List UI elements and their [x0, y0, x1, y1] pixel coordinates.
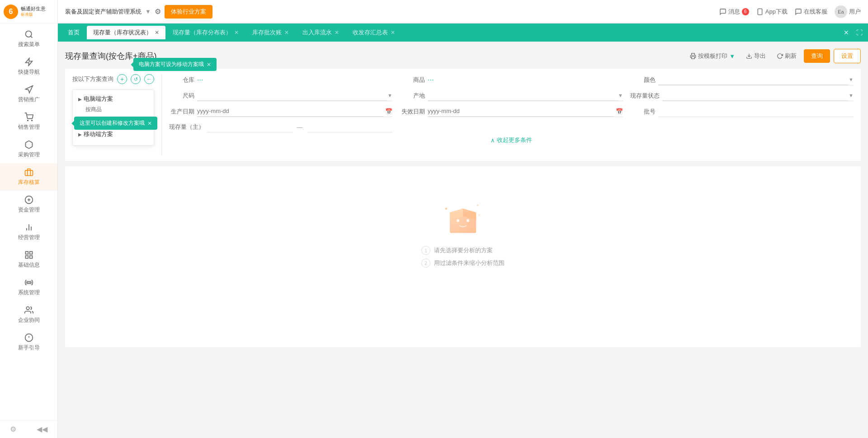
svg-text:✦: ✦ — [476, 203, 479, 207]
filter-label-warehouse: 仓库 — [169, 76, 194, 84]
svg-point-2 — [27, 120, 28, 121]
scheme-item-by-goods[interactable]: 按商品 — [76, 104, 150, 115]
sidebar-item-newbie[interactable]: 新手引导 — [0, 329, 57, 356]
sidebar-collapse-btn[interactable]: ◀◀ — [37, 425, 47, 433]
content-area: ✦ ✦ ✦ 1 请先选择要分析的方案 2 用过滤条件来缩小分析范围 — [65, 166, 861, 347]
tab-in-out-flow[interactable]: 出入库流水 ✕ — [296, 26, 345, 39]
tooltip1-wrap: + 电脑方案可设为移动方案哦 ✕ — [117, 74, 127, 84]
tab-close-all-icon[interactable]: ✕ — [842, 27, 851, 38]
filter-row-goods: 商品 ··· — [400, 74, 623, 85]
sidebar-item-finance[interactable]: 资金管理 — [0, 191, 57, 218]
warehouse-input[interactable]: ··· — [197, 76, 203, 84]
chart-icon — [24, 223, 33, 232]
origin-select[interactable] — [428, 90, 618, 101]
sidebar-footer: ⚙ ◀◀ — [0, 420, 57, 438]
filter-label-inv-qty: 现存量（主） — [169, 123, 204, 131]
shopping-icon — [24, 113, 33, 122]
sidebar-item-inventory[interactable]: 库存核算 — [0, 163, 57, 191]
svg-rect-16 — [758, 9, 762, 14]
goods-input[interactable]: ··· — [428, 76, 434, 84]
system-dropdown-icon[interactable]: ▼ — [145, 8, 151, 15]
filter-label-exp-date: 失效日期 — [400, 108, 425, 116]
refresh-btn[interactable]: 刷新 — [773, 50, 800, 62]
tooltip2-text: 这里可以创建和修改方案哦 — [80, 119, 145, 127]
tooltip2-close-btn[interactable]: ✕ — [147, 120, 152, 127]
print-btn[interactable]: 按模板打印 ▼ — [686, 50, 739, 62]
filter-row-warehouse: 仓库 ··· — [169, 74, 392, 85]
tab-inventory-status[interactable]: 现存量（库存状况表） ✕ — [87, 26, 165, 39]
sidebar-label-system: 系统管理 — [18, 289, 40, 297]
svg-point-21 — [457, 219, 460, 222]
origin-dropdown-icon: ▼ — [618, 93, 623, 98]
tab-receive-summary[interactable]: 收发存汇总表 ✕ — [346, 26, 401, 39]
filter-collapse-btn[interactable]: ∧ 收起更多条件 — [169, 132, 854, 148]
query-btn[interactable]: 查询 — [804, 49, 830, 63]
sidebar-item-marketing[interactable]: 营销推广 — [0, 80, 57, 108]
exp-date-input[interactable] — [428, 106, 614, 117]
inv-status-select[interactable] — [662, 90, 849, 101]
settings-gear-icon[interactable]: ⚙ — [155, 7, 161, 16]
back-scheme-btn[interactable]: ← — [144, 74, 154, 84]
step-num-1: 1 — [421, 246, 430, 255]
svg-rect-18 — [692, 57, 695, 59]
scheme-group-mobile: ▶ 移动端方案 — [76, 129, 150, 140]
tab-inventory-dist-close[interactable]: ✕ — [234, 29, 239, 36]
refresh-scheme-btn[interactable]: ↺ — [131, 74, 141, 84]
sidebar-item-quick-nav[interactable]: 快捷导航 — [0, 53, 57, 80]
exp-date-calendar-icon[interactable]: 📅 — [616, 108, 623, 115]
filter-fields-area: 仓库 ··· 商品 ··· 颜色 ▼ — [169, 74, 854, 148]
app-download-btn[interactable]: App下载 — [756, 8, 788, 16]
message-badge: 6 — [742, 8, 749, 15]
message-icon — [719, 8, 726, 15]
inv-qty-min-input[interactable] — [207, 122, 292, 132]
filter-row-size: 尺码 ▼ — [169, 90, 392, 101]
tab-batch-account[interactable]: 库存批次账 ✕ — [246, 26, 295, 39]
sidebar-item-basic-info[interactable]: 基础信息 — [0, 246, 57, 273]
sidebar-settings-btn[interactable]: ⚙ — [10, 425, 16, 433]
user-area[interactable]: Ea 用户 — [835, 5, 861, 18]
tab-inventory-status-close[interactable]: ✕ — [155, 29, 159, 36]
inv-qty-max-input[interactable] — [307, 122, 393, 132]
prod-date-calendar-icon[interactable]: 📅 — [385, 108, 392, 115]
logo-text-line1: 畅通好生意 — [21, 5, 46, 12]
message-btn[interactable]: 消息 6 — [719, 8, 749, 16]
online-support-label: 在线客服 — [804, 8, 827, 16]
tooltip1-close-btn[interactable]: ✕ — [207, 61, 211, 68]
sidebar-item-search[interactable]: 搜索菜单 — [0, 25, 57, 53]
tab-batch-account-close[interactable]: ✕ — [284, 29, 289, 36]
prod-date-input[interactable] — [197, 106, 383, 117]
refresh-label: 刷新 — [785, 52, 797, 60]
step1-text: 请先选择要分析的方案 — [434, 246, 493, 254]
tab-inventory-dist[interactable]: 现存量（库存分布表） ✕ — [166, 26, 245, 39]
svg-rect-10 — [29, 252, 32, 254]
scheme-group-mobile-header[interactable]: ▶ 移动端方案 — [76, 129, 150, 140]
inv-status-dropdown-icon: ▼ — [849, 93, 854, 98]
color-select[interactable] — [658, 74, 849, 85]
scheme-group-desktop-header[interactable]: ▶ 电脑端方案 — [76, 94, 150, 104]
add-scheme-btn[interactable]: + — [117, 74, 127, 84]
sidebar-item-system[interactable]: 系统管理 — [0, 273, 57, 301]
tab-receive-summary-close[interactable]: ✕ — [391, 29, 395, 36]
sidebar-item-enterprise[interactable]: 企业协同 — [0, 301, 57, 329]
tab-inventory-dist-label: 现存量（库存分布表） — [173, 28, 231, 37]
chevron-up-icon: ∧ — [491, 137, 495, 144]
industry-btn[interactable]: 体验行业方案 — [165, 5, 212, 19]
sidebar-item-operations[interactable]: 经营管理 — [0, 218, 57, 246]
header-left: 装备及固定资产辅助管理系统 ▼ ⚙ 体验行业方案 — [65, 5, 212, 19]
guide-icon — [24, 333, 33, 342]
print-label: 按模板打印 — [698, 52, 727, 60]
settings-btn[interactable]: 设置 — [834, 49, 861, 63]
tab-in-out-flow-close[interactable]: ✕ — [335, 29, 339, 36]
online-support-btn[interactable]: 在线客服 — [795, 8, 827, 16]
sidebar: 6 畅通好生意 标准版 搜索菜单 快捷导航 营销推广 销售管理 采购管理 — [0, 0, 58, 438]
scheme-group-desktop-label: 电脑端方案 — [84, 95, 113, 103]
sidebar-item-purchase[interactable]: 采购管理 — [0, 136, 57, 163]
tab-inventory-status-label: 现存量（库存状况表） — [93, 28, 152, 37]
tab-home[interactable]: 首页 — [61, 26, 86, 39]
batch-input[interactable] — [658, 106, 854, 117]
sidebar-item-sales[interactable]: 销售管理 — [0, 108, 57, 136]
export-btn[interactable]: 导出 — [742, 50, 769, 62]
size-select[interactable] — [197, 90, 387, 101]
tab-fullscreen-icon[interactable]: ⛶ — [854, 27, 864, 38]
empty-state: ✦ ✦ ✦ 1 请先选择要分析的方案 2 用过滤条件来缩小分析范围 — [65, 166, 861, 295]
